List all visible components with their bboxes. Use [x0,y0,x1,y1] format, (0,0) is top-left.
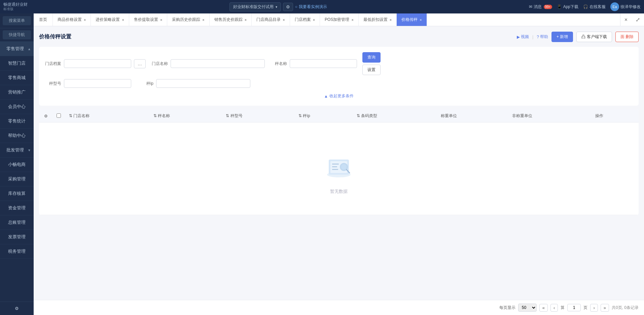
sidebar-item-general-ledger[interactable]: 总账管理 [0,215,34,230]
env-gear-button[interactable]: ⚙ [283,3,293,11]
th-weight-unit: 称重单位 [437,110,508,123]
user-menu-button[interactable]: Ea 徐泽华修改 [610,2,641,11]
tab-close-icon[interactable]: × [160,18,162,22]
tab-price-scale[interactable]: 价格传秤 × [397,13,427,26]
next-page-button[interactable]: › [590,304,598,312]
demo-link[interactable]: ○ 我要看实例演示 [295,4,327,10]
quick-nav-button[interactable]: 快捷导航 [3,30,31,39]
collapse-row: ▲ 收起更多条件 [44,92,633,100]
first-page-button[interactable]: « [539,304,548,312]
expand-tab-button[interactable]: ⤢ [632,13,644,26]
sidebar-item-inventory[interactable]: 库存核算 [0,186,34,201]
sort-icon[interactable]: ⇅ [153,113,157,118]
tab-close-icon[interactable]: × [351,18,353,22]
sidebar: 搜索菜单 快捷导航 零售管理 ▲ 智慧门店 零售商城 营销推广 会员中心 零售统… [0,13,34,315]
sidebar-item-smart-store[interactable]: 智慧门店 [0,56,34,71]
sidebar-item-help-center[interactable]: 帮助中心 [0,129,34,143]
settings-button[interactable]: 设置 [362,65,381,75]
scale-name-input[interactable] [290,59,357,68]
empty-state: 暂无数据 [39,123,639,215]
query-button[interactable]: 查询 [362,52,381,63]
help-link[interactable]: ? 帮助 [537,34,548,40]
headset-icon: 🎧 [583,4,588,9]
th-barcode-type: ⇅ 条码类型 [353,110,437,123]
prev-page-button[interactable]: ‹ [550,304,558,312]
tab-sale-price[interactable]: 售价提取设置 × [129,13,167,26]
sidebar-item-tax-mgmt[interactable]: 税务管理 [0,244,34,259]
sidebar-item-purchase-mgmt[interactable]: 采购管理 [0,172,34,186]
scale-ip-input[interactable] [156,79,250,88]
close-tab-button[interactable]: × [620,13,632,26]
th-non-weight-unit: 非称重单位 [508,110,591,123]
search-field-scale-name: 秤名称 [270,59,357,68]
search-menu-button[interactable]: 搜索菜单 [3,16,31,25]
sidebar-item-xiaochangec[interactable]: 小畅电商 [0,158,34,172]
video-link[interactable]: ▶ 视频 [517,34,529,40]
online-service-button[interactable]: 🎧 在线客服 [583,4,606,10]
tab-goods-price[interactable]: 商品价格设置 × [53,13,91,26]
sidebar-settings-button[interactable]: ⚙ [0,302,34,315]
page-input[interactable] [567,304,581,311]
sidebar-item-marketing[interactable]: 营销推广 [0,85,34,100]
search-field-store-file: 门店档案 … [44,59,146,68]
tab-close-icon[interactable]: × [420,18,422,22]
tab-close-icon[interactable]: × [84,18,86,22]
sort-icon[interactable]: ⇅ [69,113,72,118]
per-page-select[interactable]: 50 10 20 100 [518,304,537,312]
last-page-button[interactable]: » [601,304,609,312]
tab-close-icon[interactable]: × [313,18,315,22]
tab-label: 采购历史价跟踪 [172,17,200,23]
sidebar-item-invoice-mgmt[interactable]: 发票管理 [0,230,34,244]
sidebar-search-section: 搜索菜单 [0,13,34,28]
download-client-button[interactable]: 凸 客户端下载 [576,32,612,42]
store-name-input[interactable] [171,59,265,68]
tab-pos-encrypt[interactable]: POS加密管理 × [320,13,359,26]
tab-bar: 首页 商品价格设置 × 进价策略设置 × 售价提取设置 × 采购历史价跟踪 × … [34,13,644,26]
main-layout: 搜索菜单 快捷导航 零售管理 ▲ 智慧门店 零售商城 营销推广 会员中心 零售统… [0,13,644,315]
env-selector[interactable]: 好业财标准版交付试用 ▾ [229,2,281,11]
tab-label: 销售历史价跟踪 [214,17,243,23]
user-name: 徐泽华修改 [620,4,641,10]
tab-close-icon[interactable]: × [390,18,392,22]
tab-label: 售价提取设置 [134,17,158,23]
sidebar-item-retail-stats[interactable]: 零售统计 [0,114,34,129]
store-file-picker-button[interactable]: … [134,59,146,68]
sort-icon[interactable]: ⇅ [226,113,229,118]
tab-close-icon[interactable]: × [283,18,285,22]
tab-store-catalog[interactable]: 门店商品目录 × [252,13,290,26]
tab-store-file[interactable]: 门店档案 × [290,13,320,26]
add-button[interactable]: + 新增 [551,32,573,42]
th-check[interactable] [52,110,65,123]
th-gear[interactable]: ⚙ [39,110,52,123]
tab-label: POS加密管理 [325,17,349,23]
th-scale-name: ⇅ 秤名称 [149,110,222,123]
tab-min-discount[interactable]: 最低折扣设置 × [359,13,397,26]
store-file-input[interactable] [64,59,131,68]
sidebar-item-finance-mgmt[interactable]: 资金管理 [0,201,34,215]
table-wrapper: ⚙ ⇅ 门店名称 ⇅ 秤名称 ⇅ 秤型号 [39,110,639,215]
select-all-checkbox[interactable] [57,113,61,118]
tab-purchase-history[interactable]: 采购历史价跟踪 × [167,13,209,26]
tab-close-icon[interactable]: × [245,18,247,22]
sidebar-item-retail-mall[interactable]: 零售商城 [0,71,34,85]
scale-model-input[interactable] [64,79,131,88]
tab-label: 首页 [39,17,47,23]
tab-close-icon[interactable]: × [122,18,124,22]
tab-home[interactable]: 首页 [34,13,53,26]
sort-icon[interactable]: ⇅ [357,113,360,118]
tab-close-icon[interactable]: × [202,18,204,22]
sort-icon[interactable]: ⇅ [298,113,302,118]
sidebar-item-wholesale-mgmt[interactable]: 批发管理 ▼ [0,143,34,158]
tab-sale-history[interactable]: 销售历史价跟踪 × [210,13,252,26]
tab-purchase-strategy[interactable]: 进价策略设置 × [91,13,129,26]
sidebar-item-retail-mgmt[interactable]: 零售管理 ▲ [0,42,34,56]
collapse-button[interactable]: ▲ 收起更多条件 [320,92,358,100]
pagination-bar: 每页显示 50 10 20 100 « ‹ 算 页 › » 共0页, 0条记录 [34,300,644,315]
total-info: 共0页, 0条记录 [612,305,639,311]
table-header: ⚙ ⇅ 门店名称 ⇅ 秤名称 ⇅ 秤型号 [39,110,639,123]
app-download-button[interactable]: 📱 App下载 [557,4,578,10]
delete-button[interactable]: 面 删除 [615,32,639,42]
sidebar-item-member-center[interactable]: 会员中心 [0,100,34,114]
messages-button[interactable]: ✉ 消息 99+ [529,4,552,10]
sidebar-item-label: 帮助中心 [3,133,31,139]
